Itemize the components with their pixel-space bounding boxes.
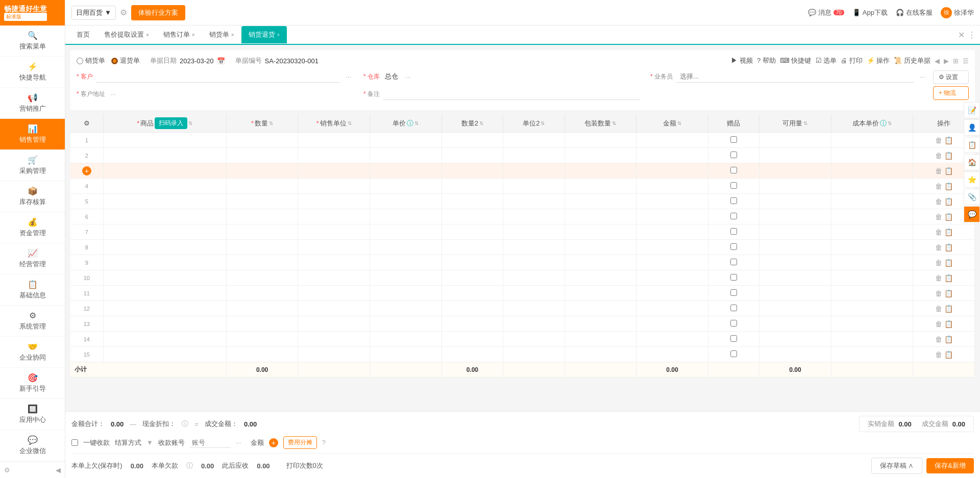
row-product-7[interactable] xyxy=(103,224,226,240)
row-avail-5[interactable] xyxy=(760,194,831,209)
row-unit-12[interactable] xyxy=(298,301,370,316)
th-product[interactable]: * 商品 扫码录入 ⇅ xyxy=(103,114,226,133)
row-price-2[interactable] xyxy=(370,148,442,163)
warehouse-select-icon[interactable]: ··· xyxy=(403,73,413,81)
row-product-13[interactable] xyxy=(103,316,226,332)
tab-sales[interactable]: 销货单 × xyxy=(202,26,241,43)
sidebar-item-apps[interactable]: 🔲 应用中心 xyxy=(0,399,65,430)
row-gift-11[interactable] xyxy=(708,286,759,301)
radio-return-input[interactable] xyxy=(111,58,118,64)
th-gift[interactable]: 赠品 xyxy=(708,114,759,133)
next-icon[interactable]: ▶ xyxy=(944,57,949,65)
account-input[interactable] xyxy=(190,438,231,448)
customer-select-icon[interactable]: ··· xyxy=(344,73,353,81)
copy-icon-10[interactable]: 📋 xyxy=(944,274,953,282)
th-price[interactable]: 单价 ⓘ ⇅ xyxy=(370,114,442,133)
row-qty2-12[interactable] xyxy=(442,301,503,316)
row-cost-11[interactable] xyxy=(831,286,913,301)
row-pack-13[interactable] xyxy=(565,316,636,332)
one-click-pay-checkbox[interactable] xyxy=(71,439,78,446)
product-input-9[interactable] xyxy=(106,259,224,266)
product-input-4[interactable] xyxy=(106,183,224,190)
row-unit-14[interactable] xyxy=(298,332,370,347)
row-qty2-9[interactable] xyxy=(442,255,503,270)
row-amount-13[interactable] xyxy=(636,316,708,332)
row-unit2-10[interactable] xyxy=(503,270,565,286)
row-product-14[interactable] xyxy=(103,332,226,347)
product-input-10[interactable] xyxy=(106,274,224,282)
sidebar-collapse-icon[interactable]: ◀ xyxy=(56,466,61,474)
th-pack[interactable]: 包装数量 ⇅ xyxy=(565,114,636,133)
save-new-button[interactable]: 保存&新增 xyxy=(926,458,974,473)
video-btn[interactable]: ▶ 视频 xyxy=(731,56,753,65)
row-pack-14[interactable] xyxy=(565,332,636,347)
print-btn[interactable]: 🖨 打印 xyxy=(841,56,863,65)
fee-distribute-button[interactable]: 费用分摊 xyxy=(283,436,317,449)
th-unit[interactable]: * 销售单位 ⇅ xyxy=(298,114,370,133)
list-view-icon[interactable]: ☰ xyxy=(963,57,969,65)
row-cost-6[interactable] xyxy=(831,209,913,224)
product-input-5[interactable] xyxy=(106,198,224,205)
row-gift-5[interactable] xyxy=(708,194,759,209)
row-unit2-5[interactable] xyxy=(503,194,565,209)
row-unit2-3[interactable] xyxy=(503,163,565,179)
row-cost-7[interactable] xyxy=(831,224,913,240)
row-gift-13[interactable] xyxy=(708,316,759,332)
row-avail-1[interactable] xyxy=(760,133,831,148)
row-qty-2[interactable] xyxy=(226,148,298,163)
row-qty-8[interactable] xyxy=(226,240,298,255)
row-unit-2[interactable] xyxy=(298,148,370,163)
app-download-button[interactable]: 📱 App下载 xyxy=(852,8,888,17)
row-product-10[interactable] xyxy=(103,270,226,286)
fee-info-icon[interactable]: ? xyxy=(322,439,326,446)
salesperson-select-icon[interactable]: ··· xyxy=(917,73,927,81)
discount-info-icon[interactable]: ⓘ xyxy=(182,419,188,429)
float-btn-4[interactable]: 🏠 xyxy=(964,154,980,170)
row-qty2-13[interactable] xyxy=(442,316,503,332)
row-unit-7[interactable] xyxy=(298,224,370,240)
copy-icon-13[interactable]: 📋 xyxy=(944,320,953,328)
row-unit-9[interactable] xyxy=(298,255,370,270)
tab-close-all-icon[interactable]: ✕ xyxy=(958,30,965,40)
row-cost-3[interactable] xyxy=(831,163,913,179)
row-unit2-14[interactable] xyxy=(503,332,565,347)
row-unit2-4[interactable] xyxy=(503,179,565,194)
shortcut-btn[interactable]: ⌨ 快捷键 xyxy=(780,56,812,65)
copy-icon-4[interactable]: 📋 xyxy=(944,182,953,190)
row-gift-10[interactable] xyxy=(708,270,759,286)
row-unit2-8[interactable] xyxy=(503,240,565,255)
sidebar-item-enterprise[interactable]: 🤝 企业协同 xyxy=(0,337,65,368)
row-cost-12[interactable] xyxy=(831,301,913,316)
product-input-12[interactable] xyxy=(106,305,224,312)
current-debt-info[interactable]: ⓘ xyxy=(186,461,193,470)
product-input-8[interactable] xyxy=(106,244,224,251)
sidebar-item-search[interactable]: 🔍 搜索菜单 xyxy=(0,26,65,57)
row-qty2-3[interactable] xyxy=(442,163,503,179)
row-amount-5[interactable] xyxy=(636,194,708,209)
row-pack-6[interactable] xyxy=(565,209,636,224)
gift-checkbox-12[interactable] xyxy=(730,305,737,311)
row-avail-11[interactable] xyxy=(760,286,831,301)
remark-input[interactable] xyxy=(383,88,640,100)
sidebar-item-marketing[interactable]: 📢 营销推广 xyxy=(0,88,65,119)
gift-checkbox-9[interactable] xyxy=(730,259,737,265)
business-select[interactable]: 日用百货 ▼ xyxy=(71,6,116,20)
row-qty-11[interactable] xyxy=(226,286,298,301)
row-qty2-1[interactable] xyxy=(442,133,503,148)
product-input-15[interactable] xyxy=(106,351,224,358)
row-pack-7[interactable] xyxy=(565,224,636,240)
row-avail-3[interactable] xyxy=(760,163,831,179)
row-unit2-11[interactable] xyxy=(503,286,565,301)
gift-checkbox-10[interactable] xyxy=(730,274,737,281)
row-price-15[interactable] xyxy=(370,347,442,362)
row-unit-5[interactable] xyxy=(298,194,370,209)
row-avail-12[interactable] xyxy=(760,301,831,316)
settings-icon[interactable]: ⚙ xyxy=(120,8,127,17)
tab-more-icon[interactable]: ⋮ xyxy=(968,30,976,40)
row-qty-15[interactable] xyxy=(226,347,298,362)
row-price-3[interactable] xyxy=(370,163,442,179)
row-gift-3[interactable] xyxy=(708,163,759,179)
row-amount-15[interactable] xyxy=(636,347,708,362)
row-amount-9[interactable] xyxy=(636,255,708,270)
customer-input[interactable] xyxy=(96,70,340,83)
